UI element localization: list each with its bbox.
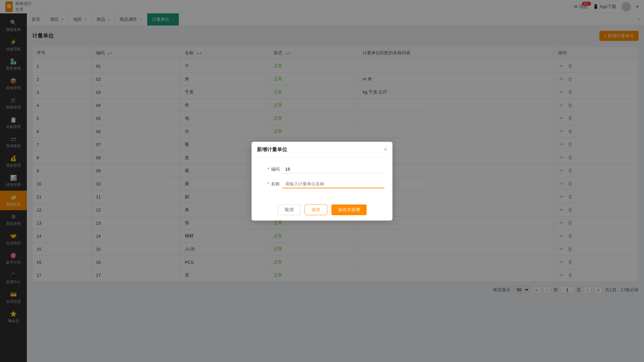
code-label: * 编码 xyxy=(260,166,280,172)
save-and-new-button[interactable]: 保存并新增 xyxy=(331,204,367,215)
required-star-name: * xyxy=(267,181,269,186)
required-star-code: * xyxy=(267,167,269,172)
modal-body: * 编码 * 名称 xyxy=(252,157,392,200)
save-button[interactable]: 保存 xyxy=(305,204,327,215)
name-input[interactable] xyxy=(282,180,384,188)
modal-overlay: 新增计量单位 × * 编码 * 名称 取消 保存 保存并新增 xyxy=(0,0,644,362)
form-row-code: * 编码 xyxy=(260,165,384,173)
modal-footer: 取消 保存 保存并新增 xyxy=(252,200,392,221)
cancel-button[interactable]: 取消 xyxy=(278,204,301,215)
name-label: * 名称 xyxy=(260,181,280,187)
modal-close-button[interactable]: × xyxy=(384,146,387,153)
add-unit-modal: 新增计量单位 × * 编码 * 名称 取消 保存 保存并新增 xyxy=(252,142,392,221)
code-input[interactable] xyxy=(282,165,384,173)
modal-header: 新增计量单位 × xyxy=(252,142,392,157)
form-row-name: * 名称 xyxy=(260,180,384,188)
modal-title: 新增计量单位 xyxy=(257,146,287,153)
